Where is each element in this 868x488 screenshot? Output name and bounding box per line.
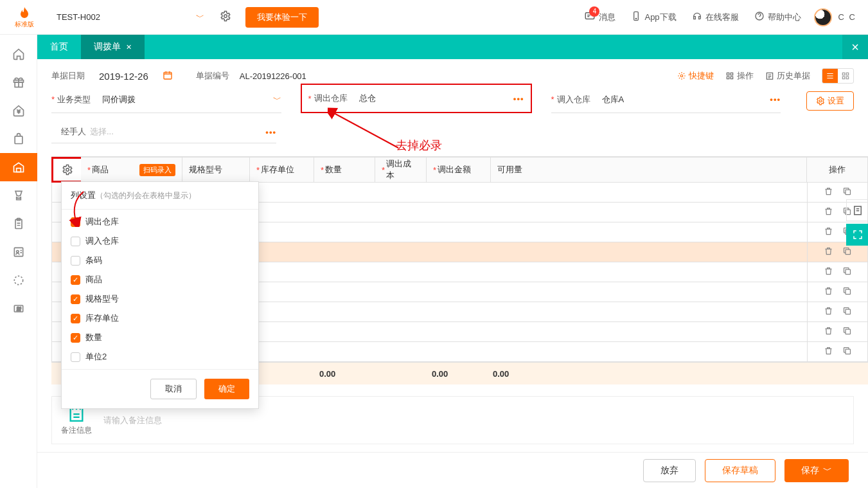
out-warehouse-field[interactable]: * 调出仓库 总仓 ••• [301, 84, 532, 113]
delete-icon[interactable] [824, 186, 833, 198]
column-option[interactable]: 单位2 [62, 347, 258, 366]
delete-icon[interactable] [824, 206, 833, 218]
svg-rect-26 [842, 77, 845, 79]
svg-text:¥: ¥ [17, 109, 21, 114]
column-option[interactable]: ✓规格型号 [62, 289, 258, 309]
avatar[interactable] [814, 8, 832, 26]
svg-rect-30 [846, 190, 851, 195]
calendar-icon[interactable] [163, 70, 173, 82]
checkbox[interactable]: ✓ [71, 294, 80, 304]
delete-icon[interactable] [824, 306, 833, 318]
copy-icon[interactable] [842, 346, 852, 357]
view-list-icon[interactable] [822, 69, 838, 83]
logo[interactable]: 标准版 [12, 6, 37, 29]
nav-home-icon[interactable] [0, 40, 37, 68]
note-icon[interactable] [846, 199, 868, 221]
delete-icon[interactable] [824, 346, 833, 357]
nav-money-icon[interactable] [0, 181, 37, 210]
delete-icon[interactable] [824, 246, 833, 258]
biz-type-field[interactable]: * 业务类型 同价调拨 ﹀ [51, 91, 281, 113]
column-option[interactable]: ✓数量 [62, 328, 258, 347]
nav-gift-icon[interactable] [0, 68, 37, 96]
date-value[interactable]: 2019-12-26 [99, 71, 148, 82]
checkbox[interactable] [71, 352, 80, 362]
column-option[interactable]: ✓商品 [62, 270, 258, 289]
trial-button[interactable]: 我要体验一下 [245, 7, 319, 28]
column-option[interactable]: ✓库存单位 [62, 309, 258, 328]
scan-button[interactable]: 扫码录入 [139, 164, 175, 176]
copy-icon[interactable] [842, 266, 852, 278]
remark-input[interactable]: 请输入备注信息 [103, 415, 844, 426]
copy-icon[interactable] [842, 326, 852, 338]
view-toggle [822, 68, 854, 84]
svg-text:新: 新 [17, 307, 21, 311]
save-draft-button[interactable]: 保存草稿 [705, 459, 775, 482]
app-download-link[interactable]: App下载 [631, 11, 676, 23]
float-right-buttons [846, 199, 868, 246]
annotation-text: 去掉必录 [396, 138, 442, 153]
nav-new-icon[interactable]: 新 [0, 294, 37, 323]
checkbox[interactable]: ✓ [71, 275, 80, 285]
operate-link[interactable]: 操作 [725, 70, 754, 82]
user-name: C C [838, 12, 856, 22]
nav-loading-icon[interactable] [0, 266, 37, 294]
delete-icon[interactable] [824, 226, 833, 238]
org-settings-icon[interactable] [220, 10, 231, 24]
checkbox[interactable]: ✓ [71, 314, 80, 323]
column-option[interactable]: ✓调出仓库 [62, 212, 258, 231]
checkbox[interactable]: ✓ [71, 333, 80, 343]
nav-clipboard-icon[interactable] [0, 210, 37, 238]
messages-link[interactable]: 消息 4 [584, 10, 616, 24]
delete-icon[interactable] [824, 266, 833, 278]
column-option[interactable]: 条码 [62, 251, 258, 270]
nav-contact-icon[interactable] [0, 238, 37, 266]
nav-warehouse-icon[interactable] [0, 153, 37, 181]
nav-bag-icon[interactable] [0, 125, 37, 153]
headset-icon [692, 11, 702, 23]
svg-rect-35 [846, 289, 851, 294]
view-grid-icon[interactable] [838, 69, 853, 83]
checkbox[interactable]: ✓ [71, 217, 80, 227]
copy-icon[interactable] [842, 306, 852, 318]
more-icon[interactable]: ••• [513, 94, 524, 104]
tab-current[interactable]: 调拨单 ✕ [81, 35, 145, 59]
svg-rect-38 [846, 349, 851, 354]
checkbox[interactable] [71, 237, 80, 246]
close-all-tabs[interactable]: × [842, 35, 868, 59]
popup-ok-button[interactable]: 确定 [204, 379, 249, 399]
expand-icon[interactable] [846, 224, 868, 246]
settings-button[interactable]: 设置 [806, 91, 854, 111]
org-selector[interactable]: TEST-H002 ﹀ [50, 7, 211, 28]
doc-value: AL-20191226-001 [240, 71, 306, 81]
svg-point-14 [14, 276, 22, 284]
popup-cancel-button[interactable]: 取消 [150, 379, 197, 399]
column-settings-button[interactable] [51, 157, 81, 183]
column-settings-popup: 列设置（勾选的列会在表格中显示） ✓调出仓库调入仓库条码✓商品✓规格型号✓库存单… [61, 181, 259, 409]
shortcut-link[interactable]: 快捷键 [677, 70, 714, 82]
help-link[interactable]: 帮助中心 [754, 11, 801, 23]
more-icon[interactable]: ••• [770, 95, 781, 104]
save-button[interactable]: 保存 ﹀ [784, 459, 849, 482]
close-icon[interactable]: ✕ [126, 43, 132, 51]
more-icon[interactable]: ••• [265, 127, 276, 137]
history-link[interactable]: 历史单据 [765, 70, 810, 82]
discard-button[interactable]: 放弃 [643, 459, 696, 482]
svg-point-29 [66, 168, 69, 172]
copy-icon[interactable] [842, 246, 852, 258]
svg-rect-19 [727, 73, 729, 75]
nav-price-icon[interactable]: ¥ [0, 96, 37, 125]
svg-rect-37 [846, 329, 851, 334]
popup-list[interactable]: ✓调出仓库调入仓库条码✓商品✓规格型号✓库存单位✓数量单位2 [62, 209, 258, 369]
copy-icon[interactable] [842, 186, 852, 198]
copy-icon[interactable] [842, 286, 852, 298]
column-option[interactable]: 调入仓库 [62, 231, 258, 251]
delete-icon[interactable] [824, 286, 833, 298]
service-link[interactable]: 在线客服 [692, 11, 739, 23]
flame-icon [17, 6, 32, 21]
left-sidebar: ¥ 新 [0, 35, 37, 488]
tab-home[interactable]: 首页 [37, 35, 81, 59]
in-warehouse-field[interactable]: * 调入仓库 仓库A ••• [551, 91, 781, 113]
delete-icon[interactable] [824, 326, 833, 338]
checkbox[interactable] [71, 256, 80, 266]
handler-field[interactable]: 经手人 选择... ••• [51, 126, 276, 143]
